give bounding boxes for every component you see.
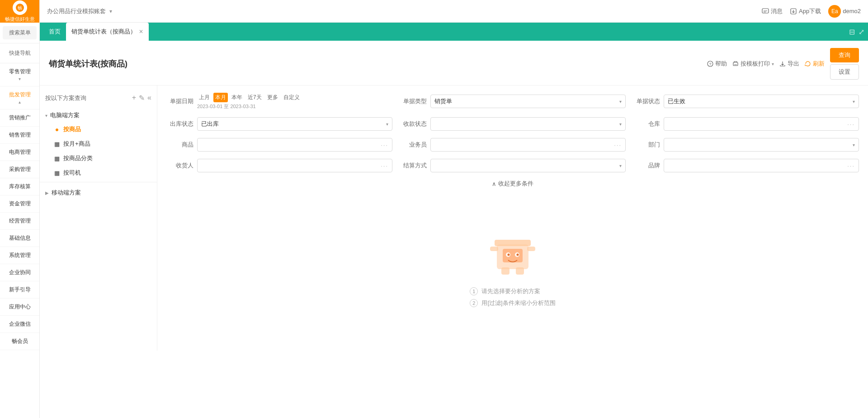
print-arrow-icon[interactable]: ▾ [772,62,774,66]
product-dots-icon: ··· [381,142,388,148]
user-profile-button[interactable]: Ea demo2 [828,5,861,18]
topbar-arrow-icon[interactable]: ▾ [109,8,112,14]
refresh-label: 刷新 [813,60,825,68]
empty-tip-2: 2 用[过滤]条件来缩小分析范围 [470,299,555,307]
svg-text:?: ? [709,62,711,66]
date-tab-more[interactable]: 更多 [265,93,280,102]
avatar-text: Ea [831,8,838,14]
svg-point-13 [517,254,519,256]
warehouse-field: 仓库 ··· [633,117,859,131]
salesperson-dots-icon: ··· [614,142,622,148]
message-label: 消息 [771,7,783,15]
filter-group-mobile-label: 移动端方案 [52,189,81,197]
collapse-button-row: ∧ 收起更多条件 [166,180,859,188]
app-download-button[interactable]: App下载 [790,7,821,15]
salesperson-label: 业务员 [400,141,427,149]
print-button[interactable]: 按模板打印 ▾ [732,60,774,68]
date-tab-this-year[interactable]: 本年 [230,93,244,102]
date-input-group: 上月 本月 本年 近7天 更多 自定义 2023-03-01 至 2023-03… [197,93,392,110]
tab-home-label: 首页 [49,28,61,36]
settlement-select[interactable]: ▾ [430,159,626,172]
sidebar-item-marketing[interactable]: 营销推广 [0,109,39,127]
grid-icon: ▦ [53,140,61,147]
date-tab-last-month[interactable]: 上月 [197,93,212,102]
sidebar-item-system[interactable]: 系统管理 [0,247,39,264]
message-button[interactable]: 消息 [762,7,783,15]
sidebar-item-wechat[interactable]: 企业微信 [0,316,39,333]
filter-item-by-warehouse-label: 按司机 [63,169,81,177]
query-button[interactable]: 查询 [830,48,859,62]
svg-rect-17 [516,267,524,275]
sidebar-item-sales[interactable]: 销售管理 [0,127,39,144]
help-button[interactable]: ? 帮助 [707,60,727,68]
sidebar-item-retail[interactable]: 零售管理 ▾ [0,63,39,86]
app-logo[interactable]: 畅 畅捷信好生意 [0,0,39,23]
brand-dots-icon: ··· [847,162,855,169]
svg-rect-15 [527,247,535,251]
tab-home[interactable]: 首页 [43,23,66,41]
salesperson-input[interactable]: ··· [430,138,626,152]
filter-item-by-warehouse[interactable]: ▦ 按司机 [40,166,157,180]
help-label: 帮助 [715,60,727,68]
sidebar-item-finance[interactable]: 资金管理 [0,195,39,213]
add-scheme-icon[interactable]: + [132,94,136,102]
sidebar-item-inventory[interactable]: 库存核算 [0,178,39,195]
sidebar-item-operations[interactable]: 经营管理 [0,213,39,230]
salesperson-field: 业务员 ··· [400,138,626,152]
filter-item-by-month-product[interactable]: ▦ 按月+商品 [40,137,157,151]
chevron-down-icon: ▾ [19,76,21,81]
sidebar-item-wholesale[interactable]: 批发管理 ▴ [0,86,39,109]
search-menu-button[interactable]: 搜索菜单 [3,26,37,39]
filter-sidebar-actions: + ✎ « [132,94,151,102]
sidebar-item-apps[interactable]: 应用中心 [0,299,39,316]
grid2-icon: ▦ [53,155,61,162]
edit-scheme-icon[interactable]: ✎ [139,94,145,102]
out-status-select[interactable]: 已出库 ▾ [197,117,392,131]
sidebar-item-newbie-label: 新手引导 [9,286,31,294]
refresh-button[interactable]: 刷新 [805,60,825,68]
brand-input[interactable]: ··· [664,159,859,172]
dept-select[interactable]: ▾ [664,138,859,152]
date-tab-custom[interactable]: 自定义 [282,93,302,102]
svg-rect-14 [490,247,498,251]
sidebar-item-basic-label: 基础信息 [9,234,31,242]
sidebar-item-marketing-label: 营销推广 [9,114,31,122]
shortcut-nav-button[interactable]: 快捷导航 [3,47,37,59]
collapse-button[interactable]: ∧ 收起更多条件 [492,180,533,188]
sidebar-item-purchase[interactable]: 采购管理 [0,161,39,178]
settings-button[interactable]: 设置 [830,64,859,80]
filter-item-by-category[interactable]: ▦ 按商品分类 [40,151,157,166]
sidebar-item-basic[interactable]: 基础信息 [0,230,39,247]
sidebar-item-ecommerce[interactable]: 电商管理 [0,144,39,161]
doc-type-select[interactable]: 销货单 ▾ [430,95,626,108]
tab-maximize-button[interactable]: ⤢ [859,28,864,36]
sidebar-item-enterprise[interactable]: 企业协同 [0,264,39,281]
date-tab-7days[interactable]: 近7天 [246,93,264,102]
sidebar-shortcut-section: 快捷导航 [0,43,39,63]
receiver-dots-icon: ··· [381,162,388,169]
receiver-input[interactable]: ··· [197,159,392,172]
filter-group-desktop-title[interactable]: ▾ 电脑端方案 [40,109,157,122]
doc-type-field: 单据类型 销货单 ▾ [400,95,626,108]
filter-group-mobile-title[interactable]: ▶ 移动端方案 [40,186,157,200]
tab-minimize-button[interactable]: ⊟ [849,28,855,36]
sidebar-item-wholesale-label: 批发管理 [9,91,31,99]
page-title: 销货单统计表(按商品) [49,58,127,69]
pay-status-select[interactable]: ▾ [430,117,626,131]
content-area: 销货单统计表(按商品) ? 帮助 按模板打印 ▾ 导出 刷新 [40,41,868,418]
product-input[interactable]: ··· [197,138,392,152]
warehouse-input[interactable]: ··· [664,117,859,131]
filter-sidebar-title: 按以下方案查询 [45,94,86,102]
sidebar-item-member[interactable]: 畅会员 [0,333,39,350]
filter-item-by-product[interactable]: ● 按商品 [40,122,157,137]
date-tab-this-month[interactable]: 本月 [213,93,228,102]
doc-status-select[interactable]: 已生效 ▾ [664,95,859,108]
sidebar-item-newbie[interactable]: 新手引导 [0,281,39,299]
sidebar-item-system-label: 系统管理 [9,252,31,259]
empty-illustration [486,224,540,278]
empty-state-tips: 1 请先选择要分析的方案 2 用[过滤]条件来缩小分析范围 [470,287,555,307]
tab-close-icon[interactable]: ✕ [139,28,143,35]
collapse-sidebar-icon[interactable]: « [147,94,151,102]
export-button[interactable]: 导出 [779,60,799,68]
tab-report[interactable]: 销货单统计表（按商品） ✕ [66,23,149,41]
